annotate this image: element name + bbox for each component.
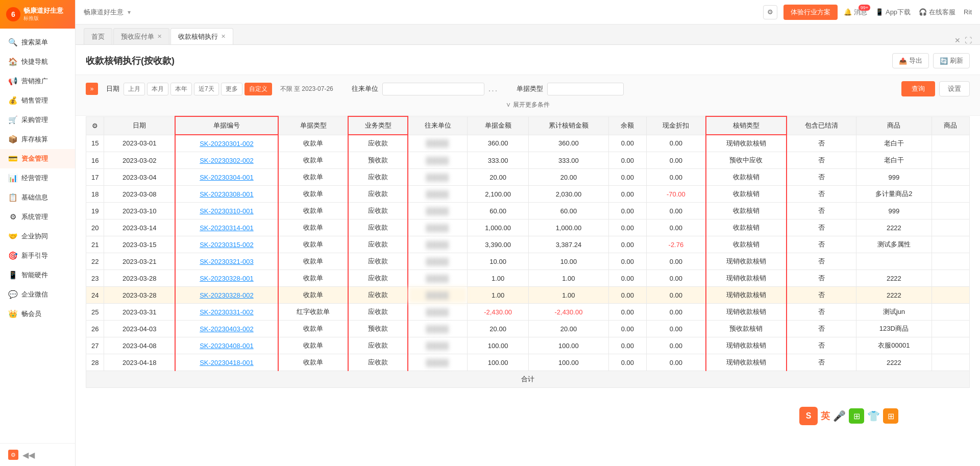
table-cell: 收款单 — [278, 253, 349, 270]
sidebar-item-quick-nav[interactable]: 🏠 快捷导航 — [0, 52, 75, 71]
page-header: 收款核销执行(按收款) 📤 导出 🔄 刷新 — [76, 45, 980, 75]
solution-button[interactable]: 体验行业方案 — [783, 5, 838, 20]
gear-button[interactable]: ⚙ — [763, 5, 777, 19]
grid-icon[interactable]: ⊞ — [849, 408, 864, 424]
sidebar-item-hardware[interactable]: 📱 智能硬件 — [0, 265, 75, 285]
table-cell: 1.00 — [468, 270, 529, 287]
query-button[interactable]: 查询 — [901, 81, 935, 96]
app-logo-icon: 6 — [6, 7, 20, 21]
table-cell: 收款单 — [278, 135, 349, 152]
chevron-down-icon[interactable]: ▾ — [128, 9, 131, 16]
tab-home[interactable]: 首页 — [84, 28, 112, 44]
doc-no-cell[interactable]: SK-20230314-001 — [175, 219, 278, 236]
settings-button[interactable]: 设置 — [939, 81, 970, 96]
table-cell: 28 — [86, 354, 104, 371]
table-cell: 现销收款核销 — [706, 337, 787, 354]
watermark-text: 英 — [821, 410, 830, 422]
table-cell: 100.00 — [529, 337, 609, 354]
table-cell: 0.00 — [647, 354, 706, 371]
doc-no-cell[interactable]: SK-20230301-002 — [175, 135, 278, 152]
filter-expand-button[interactable]: » — [86, 83, 98, 95]
sidebar-item-newbie[interactable]: 🎯 新手引导 — [0, 246, 75, 265]
biz-type-cell: 预收款 — [348, 321, 408, 337]
tab-close-icon[interactable]: ✕ — [157, 33, 162, 40]
search-icon: 🔍 — [8, 38, 17, 47]
table-cell: 0.00 — [608, 304, 646, 321]
custom-date-btn[interactable]: 自定义 — [244, 83, 272, 95]
sidebar-item-label: 营销推广 — [21, 77, 48, 86]
tab-collection[interactable]: 收款核销执行 ✕ — [170, 28, 233, 44]
doc-no-cell[interactable]: SK-20230328-002 — [175, 287, 278, 304]
topbar-right: 🔔 消息 99+ 📱 App下载 🎧 在线客服 Rit — [844, 8, 972, 17]
doc-type-label: 单据类型 — [517, 84, 543, 93]
table-cell: 20.00 — [468, 169, 529, 186]
last-7-days-btn[interactable]: 近7天 — [194, 83, 219, 95]
collapse-icon[interactable]: ◀◀ — [22, 450, 35, 460]
table-cell — [932, 304, 969, 321]
sidebar-item-member[interactable]: 👑 畅会员 — [0, 304, 75, 324]
export-button[interactable]: 📤 导出 — [892, 53, 929, 68]
sidebar-item-purchase[interactable]: 🛒 采购管理 — [0, 110, 75, 130]
table-cell: ████ — [408, 337, 467, 354]
doc-no-cell[interactable]: SK-20230315-002 — [175, 236, 278, 253]
table-cell: 0.00 — [608, 321, 646, 337]
settings-icon[interactable]: ⚙ — [8, 450, 18, 460]
doc-no-cell[interactable]: SK-20230403-002 — [175, 321, 278, 337]
expand-more-button[interactable]: ∨ 展开更多条件 — [506, 101, 549, 108]
this-month-btn[interactable]: 本月 — [147, 83, 168, 95]
online-service-button[interactable]: 🎧 在线客服 — [919, 8, 955, 17]
doc-no-cell[interactable]: SK-20230308-001 — [175, 186, 278, 203]
mic-icon[interactable]: 🎤 — [833, 410, 846, 422]
sidebar-item-basic[interactable]: 📋 基础信息 — [0, 188, 75, 207]
table-cell: ████ — [408, 287, 467, 304]
this-year-btn[interactable]: 本年 — [170, 83, 192, 95]
table-cell: 0.00 — [647, 287, 706, 304]
doc-no-cell[interactable]: SK-20230331-002 — [175, 304, 278, 321]
table-cell: 333.00 — [529, 152, 609, 169]
sidebar-item-finance[interactable]: 💳 资金管理 — [0, 149, 75, 168]
breadcrumb-item: 畅康道好生意 — [84, 8, 124, 17]
sidebar-item-system[interactable]: ⚙ 系统管理 — [0, 207, 75, 227]
sidebar-item-wechat[interactable]: 💬 企业微信 — [0, 285, 75, 304]
apps-icon[interactable]: ⊞ — [883, 408, 898, 424]
table-cell: 2023-03-14 — [104, 219, 175, 236]
doc-no-cell[interactable]: SK-20230310-001 — [175, 203, 278, 219]
more-icon[interactable]: ... — [488, 84, 498, 93]
doc-no-cell[interactable]: SK-20230302-002 — [175, 152, 278, 169]
table-cell — [932, 321, 969, 337]
biz-type-cell: 应收款 — [348, 253, 408, 270]
notification-button[interactable]: 🔔 消息 99+ — [844, 8, 867, 17]
sidebar-item-enterprise[interactable]: 🤝 企业协同 — [0, 227, 75, 246]
sidebar-item-marketing[interactable]: 📢 营销推广 — [0, 71, 75, 91]
tab-close-icon[interactable]: ✕ — [221, 33, 226, 40]
last-month-btn[interactable]: 上月 — [124, 83, 145, 95]
footer-label: 合计 — [86, 371, 970, 388]
table-cell: 2023-03-15 — [104, 236, 175, 253]
doc-no-cell[interactable]: SK-20230328-001 — [175, 270, 278, 287]
partner-input[interactable] — [382, 83, 484, 95]
doc-no-cell[interactable]: SK-20230418-001 — [175, 354, 278, 371]
refresh-button[interactable]: 🔄 刷新 — [933, 53, 970, 68]
doc-no-cell[interactable]: SK-20230408-001 — [175, 337, 278, 354]
app-download-button[interactable]: 📱 App下载 — [875, 8, 911, 17]
more-date-btn[interactable]: 更多 — [221, 83, 242, 95]
table-cell: 10.00 — [468, 253, 529, 270]
sidebar-item-operation[interactable]: 📊 经营管理 — [0, 168, 75, 188]
table-cell: 2023-03-08 — [104, 186, 175, 203]
table-cell: 否 — [787, 253, 856, 270]
maximize-tab-action[interactable]: ⛶ — [965, 36, 972, 44]
table-cell: 21 — [86, 236, 104, 253]
sidebar-item-search[interactable]: 🔍 搜索菜单 — [0, 33, 75, 52]
sidebar-item-inventory[interactable]: 📦 库存核算 — [0, 130, 75, 149]
doc-type-select[interactable] — [547, 83, 624, 95]
table-cell: 2023-04-18 — [104, 354, 175, 371]
doc-no-cell[interactable]: SK-20230304-001 — [175, 169, 278, 186]
sidebar-item-sales[interactable]: 💰 销售管理 — [0, 91, 75, 110]
table-cell: 预收中应收 — [706, 152, 787, 169]
shirt-icon[interactable]: 👕 — [867, 410, 880, 422]
th-gear[interactable]: ⚙ — [86, 116, 104, 135]
tab-prepay[interactable]: 预收应付单 ✕ — [113, 28, 169, 44]
doc-no-cell[interactable]: SK-20230321-003 — [175, 253, 278, 270]
close-tab-action[interactable]: ✕ — [954, 36, 961, 44]
table-cell: 红字收款单 — [278, 304, 349, 321]
